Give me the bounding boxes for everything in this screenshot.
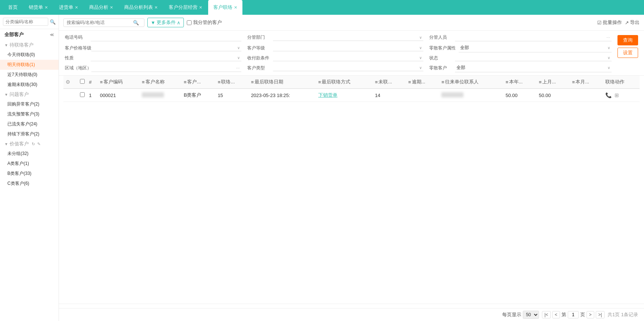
sidebar-all-customers[interactable]: 全部客户 ≪ — [0, 29, 59, 40]
sort-contact[interactable]: ≡ 联络... — [218, 79, 246, 85]
nav-home[interactable]: 首页 — [3, 0, 23, 15]
page-nav: |< < 第 页 > >| — [542, 311, 605, 318]
filter-row-4: 区域（地区） ··· 客户类型 ∨ — [65, 63, 612, 72]
filter-field-retail-attr: 零散客户属性 全部 ∨ — [429, 44, 612, 52]
row-checkbox[interactable] — [80, 92, 85, 97]
nav-tab-customer-contact[interactable]: 客户联络 ✕ — [208, 0, 242, 15]
my-customers-checkbox-label[interactable]: 我分管的客户 — [187, 19, 222, 26]
page-size-container: 每页显示 50 — [502, 311, 539, 319]
td-last-method[interactable]: 下销货单 — [316, 89, 373, 102]
phone-icon[interactable]: 📞 — [605, 92, 612, 98]
sort-num[interactable]: # — [89, 79, 96, 85]
table-row: 1 000021 B类客户 15 2023-05-23 18:25: 下销货单 … — [63, 89, 640, 102]
sort-this-month[interactable]: ≡ 本月... — [572, 79, 601, 85]
sidebar-item-today[interactable]: 今天待联络(0) — [0, 50, 59, 60]
action-icons: 📞 ⊞ — [605, 92, 637, 98]
search-icon[interactable]: 🔍 — [50, 19, 56, 25]
nav-tab-sales-close[interactable]: ✕ — [45, 5, 48, 10]
filter-more-btn[interactable]: ▼ 更多条件 ∧ — [147, 18, 184, 27]
td-action: 📞 ⊞ — [603, 89, 640, 102]
customer-type-select[interactable]: ∨ — [273, 65, 424, 71]
customer-level-select[interactable]: ∨ — [273, 45, 424, 51]
sidebar-item-tomorrow[interactable]: 明天待联络(1) — [0, 60, 59, 70]
sidebar-item-overdue[interactable]: 逾期未联络(30) — [0, 80, 59, 90]
nav-tab-sales[interactable]: 销货单 ✕ — [24, 0, 53, 15]
export-btn[interactable]: ↗ 导出 — [625, 19, 640, 26]
phone-input[interactable] — [91, 34, 241, 41]
page-number-input[interactable] — [568, 311, 579, 318]
nav-tab-analysis-list-close[interactable]: ✕ — [154, 5, 158, 10]
nav-tab-analysis[interactable]: 商品分析 ✕ — [84, 0, 118, 15]
filter-field-retail: 零散客户 全部 ∨ — [429, 63, 612, 72]
retail-select[interactable]: 全部 ∨ — [455, 63, 612, 72]
edit-icon[interactable]: ✎ — [37, 142, 41, 146]
nav-tab-customer-tier-close[interactable]: ✕ — [199, 5, 202, 10]
sort-name[interactable]: ≡ 客户名称 — [142, 79, 179, 85]
next-page-btn[interactable]: > — [587, 311, 594, 318]
select-all-checkbox[interactable] — [80, 79, 85, 84]
sidebar-item-repurchase-anomaly[interactable]: 回购异常客户(2) — [0, 99, 59, 109]
batch-operate-btn[interactable]: ☑ 批量操作 — [597, 19, 622, 26]
page-size-select[interactable]: 50 — [523, 311, 539, 319]
sort-this-year[interactable]: ≡ 本年... — [505, 79, 534, 85]
sort-unit-contact[interactable]: ≡ 往来单位联系人 — [441, 79, 501, 85]
region-more[interactable]: ··· — [91, 64, 241, 72]
prev-page-btn[interactable]: < — [552, 311, 560, 318]
manager-more[interactable]: ··· — [455, 34, 612, 41]
sidebar-item-churn-warning[interactable]: 流失预警客户(3) — [0, 109, 59, 119]
grid-icon[interactable]: ⊞ — [615, 92, 619, 98]
filter-actions: 查询 设置 — [617, 34, 638, 58]
th-name: ≡ 客户名称 — [140, 76, 182, 89]
sidebar-item-class-b[interactable]: B类客户(33) — [0, 169, 59, 179]
sidebar-item-class-a[interactable]: A类客户(1) — [0, 159, 59, 169]
chevron-down-icon: ∨ — [419, 56, 422, 60]
chevron-down-icon: ▼ — [4, 93, 8, 97]
settings-button[interactable]: 设置 — [617, 48, 638, 58]
chevron-up-icon: ∧ — [177, 20, 181, 25]
first-page-btn[interactable]: |< — [542, 311, 551, 318]
th-contact: ≡ 联络... — [216, 76, 249, 89]
last-method-link[interactable]: 下销货单 — [318, 92, 337, 98]
last-page-btn[interactable]: >| — [596, 311, 605, 318]
td-last-date: 2023-05-23 18:25: — [249, 89, 316, 102]
sort-overdue[interactable]: ≡ 逾期... — [408, 79, 437, 85]
sort-uncontacted[interactable]: ≡ 未联... — [375, 79, 404, 85]
status-select[interactable]: ∨ — [455, 55, 612, 61]
reload-icon[interactable]: ↻ — [32, 142, 35, 146]
nav-tab-analysis-close[interactable]: ✕ — [110, 5, 113, 10]
scrollbar-inner — [59, 304, 644, 304]
retail-attr-select[interactable]: 全部 ∨ — [459, 44, 612, 52]
filter-field-customer-type: 客户类型 ∨ — [247, 65, 430, 71]
sidebar-item-ungrouped[interactable]: 未分组(32) — [0, 149, 59, 159]
nav-tab-analysis-list[interactable]: 商品分析列表 ✕ — [119, 0, 163, 15]
price-level-select[interactable]: ∨ — [91, 45, 241, 51]
search-icon[interactable]: 🔍 — [133, 20, 139, 25]
nav-tab-purchase-close[interactable]: ✕ — [75, 5, 78, 10]
sort-code[interactable]: ≡ 客户编码 — [100, 79, 137, 85]
my-customers-checkbox[interactable] — [187, 20, 192, 25]
scrollbar-area[interactable] — [59, 304, 644, 308]
sidebar-group-pending-title[interactable]: ▼ 待联络客户 — [0, 40, 59, 50]
total-label: 共1页 1条记录 — [608, 311, 638, 318]
th-settings[interactable]: ⚙ — [63, 76, 78, 89]
sort-type[interactable]: ≡ 客户... — [184, 79, 213, 85]
payment-select[interactable]: ∨ — [273, 55, 424, 61]
sort-last-date[interactable]: ≡ 最后联络日期 — [251, 79, 314, 85]
sort-last-month[interactable]: ≡ 上月... — [539, 79, 567, 85]
sidebar-item-churned[interactable]: 已流失客户(24) — [0, 119, 59, 129]
sidebar-group-value-title[interactable]: ▼ 价值客户 ↻ ✎ — [0, 139, 59, 149]
sidebar-group-problem-title[interactable]: ▼ 问题客户 — [0, 90, 59, 99]
filter-field-customer-level: 客户等级 ∨ — [247, 45, 430, 51]
nav-tab-customer-contact-close[interactable]: ✕ — [234, 5, 237, 10]
nature-select[interactable]: ∨ — [91, 55, 241, 61]
sidebar-item-declining[interactable]: 持续下滑客户(2) — [0, 129, 59, 139]
sidebar-item-7days[interactable]: 近7天待联络(0) — [0, 70, 59, 80]
query-button[interactable]: 查询 — [617, 35, 638, 45]
nav-tab-customer-tier[interactable]: 客户分层经营 ✕ — [164, 0, 207, 15]
sidebar-search-input[interactable] — [3, 18, 48, 26]
sidebar-item-class-c[interactable]: C类客户(6) — [0, 179, 59, 189]
nav-tab-purchase[interactable]: 进货单 ✕ — [54, 0, 83, 15]
sort-last-method[interactable]: ≡ 最后联络方式 — [318, 79, 371, 85]
dept-select[interactable]: ∨ — [273, 34, 424, 41]
search-input[interactable] — [67, 20, 133, 25]
